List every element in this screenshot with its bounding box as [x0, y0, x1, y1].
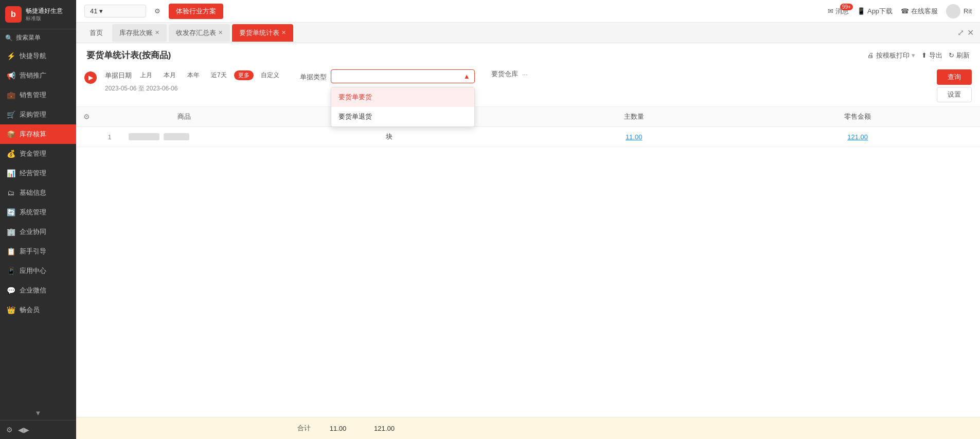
- sidebar-search-item[interactable]: 🔍 搜索菜单: [0, 29, 76, 46]
- qty-link[interactable]: 11.00: [626, 133, 643, 141]
- refresh-btn[interactable]: ↻ 刷新: [949, 51, 970, 60]
- dropdown-option-2[interactable]: 要货单退货: [331, 107, 474, 126]
- tab-close-all-icon[interactable]: ✕: [967, 28, 974, 38]
- sidebar-item-quick-nav[interactable]: ⚡ 快捷导航: [0, 46, 76, 66]
- sidebar-item-app-center[interactable]: 📱 应用中心: [0, 261, 76, 281]
- type-label: 单据类型: [300, 72, 327, 82]
- operations-icon: 📊: [6, 169, 15, 178]
- tab-inventory-batch-close[interactable]: ✕: [155, 29, 159, 36]
- sidebar-item-inventory[interactable]: 📦 库存核算: [0, 124, 76, 144]
- sidebar-item-guide[interactable]: 📋 新手引导: [0, 242, 76, 261]
- inventory-icon: 📦: [6, 130, 15, 139]
- warehouse-group: 要货仓库 ···: [491, 69, 528, 79]
- shortcut-this-month[interactable]: 本月: [159, 69, 180, 81]
- logo-text: 畅捷通好生意 标准版: [26, 7, 63, 23]
- column-settings-icon[interactable]: ⚙: [83, 113, 90, 121]
- query-btn[interactable]: 查询: [937, 69, 972, 85]
- main-area: 41 ▾ ⚙ 体验行业方案 ✉ 消息 99+ 📱 App下载 ☎ 在线客服: [76, 0, 980, 439]
- shortcut-this-year[interactable]: 本年: [183, 69, 204, 81]
- store-selector[interactable]: 41 ▾: [84, 5, 146, 17]
- topbar-online-service[interactable]: ☎ 在线客服: [901, 7, 938, 16]
- warehouse-label: 要货仓库: [491, 69, 518, 79]
- filter-actions: 查询 设置: [937, 69, 972, 102]
- th-settings: ⚙: [76, 107, 97, 127]
- print-dropdown-icon: ▾: [912, 51, 915, 59]
- type-selector-input: ▲ 要货单要货 要货单退货: [331, 69, 475, 83]
- industry-btn[interactable]: 体验行业方案: [169, 4, 223, 19]
- message-icon: ✉: [828, 7, 833, 15]
- user-info[interactable]: Rit: [946, 4, 972, 19]
- sidebar-item-basic-info[interactable]: 🗂 基础信息: [0, 183, 76, 203]
- sidebar-item-system[interactable]: 🔄 系统管理: [0, 203, 76, 222]
- filter-expand-btn[interactable]: ▶: [84, 71, 97, 84]
- print-btn[interactable]: 🖨 按模板打印 ▾: [867, 51, 915, 60]
- guide-icon: 📋: [6, 247, 15, 256]
- sidebar-logo: b 畅捷通好生意 标准版: [0, 0, 76, 29]
- tab-collect-summary-close[interactable]: ✕: [218, 29, 223, 36]
- user-name: Rit: [964, 7, 972, 15]
- basic-info-icon: 🗂: [6, 188, 15, 197]
- phone-icon: 📱: [857, 7, 865, 15]
- sidebar-collapse-icon[interactable]: ◀▶: [18, 426, 29, 434]
- tab-inventory-batch[interactable]: 库存批次账 ✕: [112, 24, 167, 42]
- user-avatar: [946, 4, 960, 19]
- date-label: 单据日期: [105, 71, 132, 80]
- sidebar-settings-icon[interactable]: ⚙: [6, 426, 13, 434]
- filter-date-row: 单据日期 上月 本月 本年 近7天 更多 自定义: [105, 69, 283, 81]
- page-actions: 🖨 按模板打印 ▾ ⬆ 导出 ↻ 刷新: [867, 51, 970, 60]
- table-area: ⚙ 商品 主计量单位 主数量 零售金额 1: [76, 107, 980, 417]
- sidebar-item-finance[interactable]: 💰 资金管理: [0, 144, 76, 163]
- tab-home[interactable]: 首页: [82, 24, 110, 42]
- topbar-message[interactable]: ✉ 消息 99+: [828, 7, 849, 16]
- table-row: 1 块 11.00 121.00: [76, 127, 980, 147]
- topbar-settings-btn[interactable]: ⚙: [150, 4, 165, 19]
- tab-order-stats[interactable]: 要货单统计表 ✕: [232, 24, 293, 42]
- sidebar-item-sales[interactable]: 💼 销售管理: [0, 85, 76, 105]
- dropdown-option-1[interactable]: 要货单要货: [331, 87, 474, 107]
- shortcut-more[interactable]: 更多: [234, 70, 254, 80]
- topbar-right: ✉ 消息 99+ 📱 App下载 ☎ 在线客服 Rit: [828, 4, 972, 19]
- tab-expand-area: ⤢ ✕: [957, 28, 974, 38]
- sidebar-item-member[interactable]: 👑 畅会员: [0, 300, 76, 320]
- print-icon: 🖨: [867, 51, 874, 59]
- tab-collect-summary[interactable]: 收发存汇总表 ✕: [169, 24, 230, 42]
- sidebar-bottom: ⚙ ◀▶: [0, 420, 76, 439]
- th-amount: 零售金额: [735, 107, 980, 127]
- type-selector-box[interactable]: ▲: [331, 69, 475, 83]
- date-range-display: 2023-05-06 至 2023-06-06: [105, 84, 283, 93]
- sidebar-scroll-down[interactable]: ▼: [0, 406, 76, 420]
- footer-qty: 11.00: [315, 425, 361, 432]
- search-icon: 🔍: [5, 34, 13, 42]
- sidebar-item-purchase[interactable]: 🛒 采购管理: [0, 105, 76, 124]
- page-header: 要货单统计表(按商品) 🖨 按模板打印 ▾ ⬆ 导出 ↻ 刷新: [76, 43, 980, 65]
- refresh-icon: ↻: [949, 51, 954, 59]
- enterprise-icon: 🏢: [6, 227, 15, 236]
- th-product: 商品: [122, 107, 246, 127]
- shortcut-custom[interactable]: 自定义: [257, 69, 283, 81]
- product-placeholder-1: [129, 133, 159, 140]
- sidebar-nav: ⚡ 快捷导航 📢 营销推广 💼 销售管理 🛒 采购管理 📦 库存核算 💰 资金管…: [0, 46, 76, 406]
- sidebar-item-operations[interactable]: 📊 经营管理: [0, 163, 76, 183]
- warehouse-dots-icon[interactable]: ···: [522, 70, 528, 78]
- filter-settings-btn[interactable]: 设置: [937, 87, 972, 102]
- topbar-app-download[interactable]: 📱 App下载: [857, 7, 893, 16]
- export-btn[interactable]: ⬆ 导出: [921, 51, 942, 60]
- quick-nav-icon: ⚡: [6, 51, 15, 61]
- app-center-icon: 📱: [6, 266, 15, 276]
- sidebar-item-enterprise[interactable]: 🏢 企业协同: [0, 222, 76, 242]
- filter-date-group: 单据日期 上月 本月 本年 近7天 更多 自定义 2023-05-06 至 20…: [105, 69, 283, 93]
- row-qty-cell: 11.00: [532, 127, 735, 147]
- message-badge: 99+: [840, 4, 853, 10]
- row-product-cell: [122, 127, 246, 147]
- topbar: 41 ▾ ⚙ 体验行业方案 ✉ 消息 99+ 📱 App下载 ☎ 在线客服: [76, 0, 980, 23]
- sidebar-item-wechat[interactable]: 💬 企业微信: [0, 281, 76, 300]
- tabbar: 首页 库存批次账 ✕ 收发存汇总表 ✕ 要货单统计表 ✕ ⤢ ✕: [76, 23, 980, 43]
- tab-expand-icon[interactable]: ⤢: [957, 28, 964, 38]
- sidebar-item-marketing[interactable]: 📢 营销推广: [0, 66, 76, 85]
- shortcut-last-month[interactable]: 上月: [136, 69, 156, 81]
- wechat-icon: 💬: [6, 286, 15, 295]
- row-amount-cell: 121.00: [735, 127, 980, 147]
- amount-link[interactable]: 121.00: [847, 133, 868, 141]
- tab-order-stats-close[interactable]: ✕: [281, 29, 286, 36]
- shortcut-7days[interactable]: 近7天: [207, 69, 231, 81]
